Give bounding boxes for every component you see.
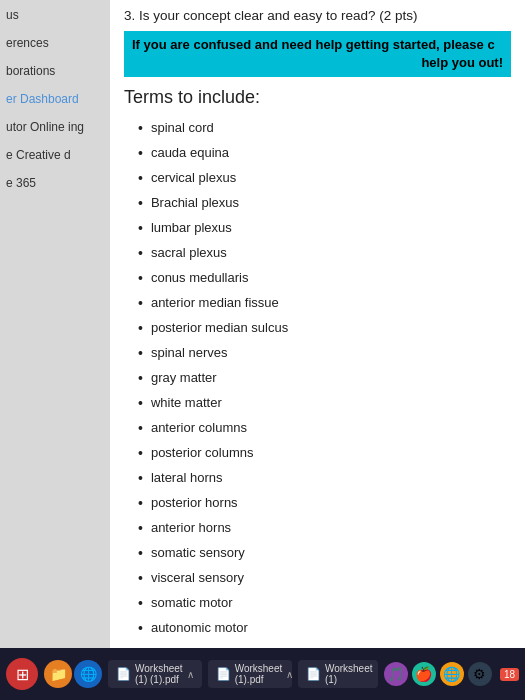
taskbar-file-2-label: Worksheet (1).pdf (235, 663, 283, 685)
list-item: sacral plexus (124, 243, 511, 264)
sidebar: us erences borations er Dashboard utor O… (0, 0, 110, 648)
list-item: lateral horns (124, 468, 511, 489)
list-item: somatic motor (124, 593, 511, 614)
sidebar-item-us[interactable]: us (6, 8, 104, 22)
list-item: anterior horns (124, 518, 511, 539)
taskbar-app-icons: 📁 🌐 (44, 660, 102, 688)
taskbar-system-icons: 🎵 🍎 🌐 ⚙ 18 (384, 662, 519, 686)
content-area: 3. Is your concept clear and easy to rea… (110, 0, 525, 648)
taskbar-icon-music[interactable]: 🎵 (384, 662, 408, 686)
list-item: gray matter (124, 368, 511, 389)
sidebar-item-erences[interactable]: erences (6, 36, 104, 50)
list-item: posterior columns (124, 443, 511, 464)
taskbar-icon-chrome[interactable]: 🌐 (440, 662, 464, 686)
chevron-2[interactable]: ∧ (286, 669, 293, 680)
taskbar-icon-browser[interactable]: 🌐 (74, 660, 102, 688)
list-item: white matter (124, 393, 511, 414)
main-area: us erences borations er Dashboard utor O… (0, 0, 525, 648)
list-item: somatic sensory (124, 543, 511, 564)
list-item: cauda equina (124, 143, 511, 164)
pdf-icon-2: 📄 (216, 667, 231, 681)
terms-list: spinal cordcauda equinacervical plexusBr… (124, 118, 511, 639)
taskbar-icon-settings[interactable]: ⚙ (468, 662, 492, 686)
screen: us erences borations er Dashboard utor O… (0, 0, 525, 700)
list-item: lumbar plexus (124, 218, 511, 239)
taskbar-icon-folder[interactable]: 📁 (44, 660, 72, 688)
taskbar-file-2[interactable]: 📄 Worksheet (1).pdf ∧ (208, 660, 292, 688)
taskbar-file-3[interactable]: 📄 Worksheet (1) (298, 660, 378, 688)
start-button[interactable]: ⊞ (6, 658, 38, 690)
sidebar-item-borations[interactable]: borations (6, 64, 104, 78)
sidebar-item-tutor[interactable]: utor Online ing (6, 120, 104, 134)
highlight-bar: If you are confused and need help gettin… (124, 31, 511, 77)
sidebar-item-dashboard[interactable]: er Dashboard (6, 92, 104, 106)
chevron-1[interactable]: ∧ (187, 669, 194, 680)
taskbar-file-1[interactable]: 📄 Worksheet (1) (1).pdf ∧ (108, 660, 202, 688)
list-item: anterior columns (124, 418, 511, 439)
list-item: anterior median fissue (124, 293, 511, 314)
question-header: 3. Is your concept clear and easy to rea… (124, 8, 511, 23)
sidebar-item-creative[interactable]: e Creative d (6, 148, 104, 162)
list-item: Brachial plexus (124, 193, 511, 214)
question-text: Is your concept clear and easy to read? … (139, 8, 417, 23)
list-item: cervical plexus (124, 168, 511, 189)
pdf-icon-3: 📄 (306, 667, 321, 681)
list-item: autonomic motor (124, 618, 511, 639)
pdf-icon-1: 📄 (116, 667, 131, 681)
list-item: conus medullaris (124, 268, 511, 289)
taskbar-file-3-label: Worksheet (1) (325, 663, 373, 685)
sidebar-item-365[interactable]: e 365 (6, 176, 104, 190)
taskbar-clock: 18 (500, 668, 519, 681)
list-item: spinal cord (124, 118, 511, 139)
terms-heading: Terms to include: (124, 87, 511, 108)
list-item: posterior median sulcus (124, 318, 511, 339)
clock-date-badge: 18 (500, 668, 519, 681)
list-item: spinal nerves (124, 343, 511, 364)
list-item: posterior horns (124, 493, 511, 514)
taskbar-file-1-label: Worksheet (1) (1).pdf (135, 663, 183, 685)
taskbar: ⊞ 📁 🌐 📄 Worksheet (1) (1).pdf ∧ 📄 Worksh… (0, 648, 525, 700)
list-item: visceral sensory (124, 568, 511, 589)
taskbar-icon-apple[interactable]: 🍎 (412, 662, 436, 686)
